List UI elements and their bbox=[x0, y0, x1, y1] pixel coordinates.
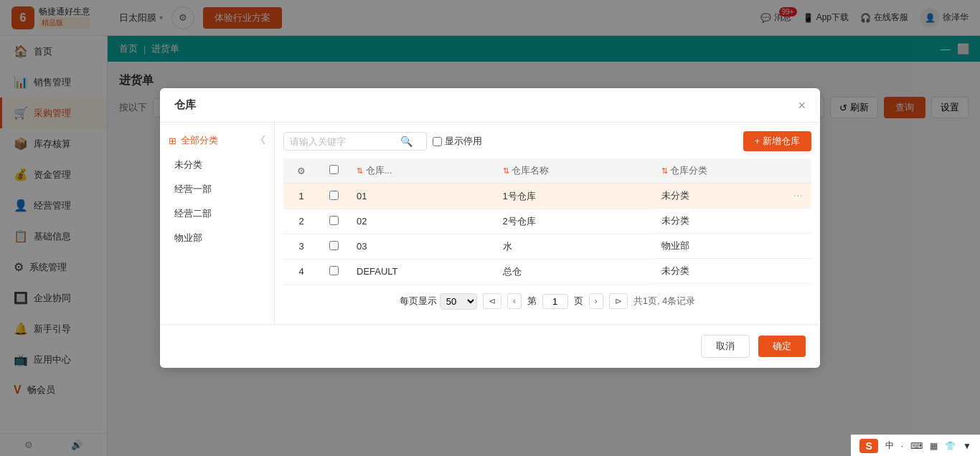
status-zh: 中 bbox=[885, 440, 894, 452]
row-checkbox[interactable] bbox=[319, 259, 348, 284]
per-page-dropdown[interactable]: 50 10 20 100 bbox=[440, 293, 477, 310]
search-box: 🔍 bbox=[283, 132, 427, 151]
th-code-label: 仓库... bbox=[366, 165, 392, 176]
status-dot: · bbox=[901, 441, 903, 451]
row-index: 2 bbox=[283, 209, 319, 234]
row-checkbox[interactable] bbox=[319, 184, 348, 209]
all-cat-icon: ⊞ bbox=[169, 136, 176, 146]
row-category: 物业部 bbox=[653, 234, 811, 259]
warehouse-dialog: 仓库 × ⊞ 全部分类 《 未分类 经营一部 经营二部 bbox=[160, 88, 820, 368]
page-unit: 页 bbox=[574, 295, 583, 308]
row-code: 01 bbox=[348, 184, 494, 209]
cat-label-ops2: 经营二部 bbox=[174, 208, 212, 219]
row-category: 未分类 bbox=[653, 259, 811, 284]
cancel-btn[interactable]: 取消 bbox=[701, 335, 750, 358]
status-down: ▼ bbox=[963, 441, 971, 451]
search-input[interactable] bbox=[290, 136, 397, 147]
row-name: 水 bbox=[494, 234, 653, 259]
search-icon[interactable]: 🔍 bbox=[400, 136, 413, 147]
row-index: 1 bbox=[283, 184, 319, 209]
next-page-btn[interactable]: › bbox=[589, 293, 603, 309]
row-index: 3 bbox=[283, 234, 319, 259]
cat-item-ops1[interactable]: 经营一部 bbox=[160, 177, 274, 201]
dialog-close-btn[interactable]: × bbox=[798, 99, 806, 112]
sort-code-icon[interactable]: ⇅ bbox=[357, 166, 363, 175]
table-row[interactable]: 3 03 水 物业部 bbox=[283, 234, 811, 259]
row-name: 1号仓库 bbox=[494, 184, 653, 209]
dialog-overlay: 仓库 × ⊞ 全部分类 《 未分类 经营一部 经营二部 bbox=[0, 0, 980, 456]
row-name: 总仓 bbox=[494, 259, 653, 284]
total-info: 共1页, 4条记录 bbox=[633, 295, 696, 308]
row-actions[interactable]: ··· bbox=[793, 189, 803, 202]
sort-name-icon[interactable]: ⇅ bbox=[503, 166, 509, 175]
th-settings: ⚙ bbox=[283, 158, 319, 184]
all-categories-item[interactable]: ⊞ 全部分类 《 bbox=[160, 128, 274, 153]
first-page-btn[interactable]: ⊲ bbox=[483, 293, 501, 309]
cat-label-ops1: 经营一部 bbox=[174, 184, 212, 194]
page-input[interactable] bbox=[542, 294, 568, 309]
th-name-label: 仓库名称 bbox=[512, 165, 549, 176]
category-panel: ⊞ 全部分类 《 未分类 经营一部 经营二部 物业部 bbox=[160, 123, 275, 324]
table-row[interactable]: 4 DEFAULT 总仓 未分类 bbox=[283, 259, 811, 284]
dialog-header: 仓库 × bbox=[160, 88, 820, 123]
row-category: 未分类 ··· bbox=[653, 184, 811, 209]
confirm-btn[interactable]: 确定 bbox=[758, 336, 806, 357]
pagination: 每页显示 50 10 20 100 ⊲ ‹ 第 页 › ⊳ bbox=[283, 285, 811, 315]
sort-cat-icon[interactable]: ⇅ bbox=[661, 166, 668, 175]
status-bar: S 中 · ⌨ ▦ 👕 ▼ bbox=[851, 434, 980, 456]
select-all-checkbox[interactable] bbox=[329, 165, 339, 174]
cat-label-property: 物业部 bbox=[174, 232, 202, 243]
dialog-body: ⊞ 全部分类 《 未分类 经营一部 经营二部 物业部 bbox=[160, 123, 820, 324]
per-page-label: 每页显示 bbox=[400, 295, 437, 308]
cat-toggle-icon[interactable]: 《 bbox=[255, 134, 265, 147]
col-settings-icon[interactable]: ⚙ bbox=[297, 166, 306, 176]
last-page-btn[interactable]: ⊳ bbox=[609, 293, 628, 309]
status-keyboard: ⌨ bbox=[910, 441, 923, 451]
s-icon: S bbox=[865, 440, 872, 452]
page-label: 第 bbox=[527, 295, 537, 308]
th-category: ⇅ 仓库分类 bbox=[653, 158, 811, 184]
show-disabled-checkbox[interactable] bbox=[433, 137, 442, 146]
table-panel: 🔍 显示停用 + 新增仓库 ⚙ bbox=[275, 123, 820, 324]
cat-item-unclassified[interactable]: 未分类 bbox=[160, 153, 274, 177]
th-checkbox bbox=[319, 158, 348, 184]
all-cat-label: 全部分类 bbox=[181, 134, 218, 147]
cat-item-property[interactable]: 物业部 bbox=[160, 226, 274, 250]
row-code: DEFAULT bbox=[348, 259, 494, 284]
row-name: 2号仓库 bbox=[494, 209, 653, 234]
table-row[interactable]: 1 01 1号仓库 未分类 ··· bbox=[283, 184, 811, 209]
table-toolbar: 🔍 显示停用 + 新增仓库 bbox=[283, 131, 811, 151]
status-grid: ▦ bbox=[930, 441, 938, 451]
brand-s-logo: S bbox=[859, 439, 877, 453]
show-disabled-label: 显示停用 bbox=[433, 135, 482, 148]
prev-page-btn[interactable]: ‹ bbox=[507, 293, 522, 309]
show-disabled-text: 显示停用 bbox=[445, 135, 482, 148]
warehouse-table: ⚙ ⇅ 仓库... ⇅ 仓库名称 bbox=[283, 158, 811, 285]
cat-label-unclassified: 未分类 bbox=[174, 159, 202, 170]
dialog-footer: 取消 确定 bbox=[160, 324, 820, 368]
th-code: ⇅ 仓库... bbox=[348, 158, 494, 184]
page-size-select: 每页显示 50 10 20 100 bbox=[400, 293, 477, 310]
dialog-title: 仓库 bbox=[174, 98, 196, 112]
row-checkbox[interactable] bbox=[319, 209, 348, 234]
row-code: 02 bbox=[348, 209, 494, 234]
row-code: 03 bbox=[348, 234, 494, 259]
row-checkbox[interactable] bbox=[319, 234, 348, 259]
table-row[interactable]: 2 02 2号仓库 未分类 bbox=[283, 209, 811, 234]
add-warehouse-btn[interactable]: + 新增仓库 bbox=[743, 131, 811, 151]
th-cat-label: 仓库分类 bbox=[670, 165, 707, 176]
cat-item-ops2[interactable]: 经营二部 bbox=[160, 201, 274, 226]
th-name: ⇅ 仓库名称 bbox=[494, 158, 653, 184]
row-category: 未分类 bbox=[653, 209, 811, 234]
row-index: 4 bbox=[283, 259, 319, 284]
status-shirt: 👕 bbox=[945, 441, 956, 451]
